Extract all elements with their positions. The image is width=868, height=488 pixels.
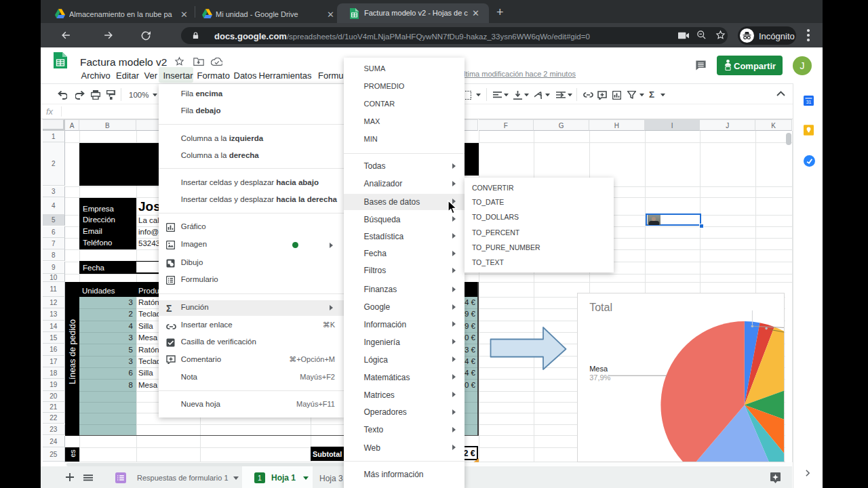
svg-text:31: 31 — [806, 100, 812, 104]
svg-text:1: 1 — [258, 474, 262, 482]
